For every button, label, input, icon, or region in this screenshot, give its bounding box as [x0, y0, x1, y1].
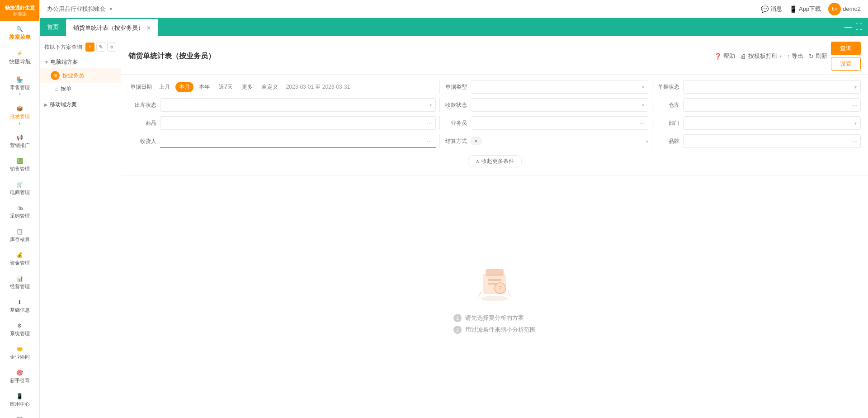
date-tab-last-month[interactable]: 上月	[156, 82, 174, 92]
sidebar-item-wechat[interactable]: 💬 企业微信	[0, 412, 39, 418]
tab-close-icon[interactable]: ✕	[146, 25, 151, 31]
filter-dept: 部门 ▾	[656, 116, 861, 130]
empty-tip-1: 1 请先选择要分析的方案	[453, 314, 536, 322]
collapse-btn[interactable]: ∧ 收起更多条件	[468, 155, 522, 167]
edit-scheme-btn[interactable]: ✎	[96, 43, 105, 52]
export-btn[interactable]: ↑ 导出	[787, 52, 804, 60]
staff-input[interactable]	[471, 116, 648, 130]
sidebar-search[interactable]: 🔍 搜索菜单	[0, 21, 39, 46]
date-tab-this-year[interactable]: 本年	[195, 82, 213, 92]
breadcrumb-dropdown-icon[interactable]: ▾	[109, 5, 113, 12]
doc-status-select[interactable]: ▾	[683, 80, 861, 94]
brand-dots[interactable]: ···	[852, 138, 857, 145]
tab-home[interactable]: 首页	[40, 18, 66, 36]
setting-button[interactable]: 设置	[831, 57, 861, 71]
sales-label: 销售管理	[10, 166, 30, 172]
divider6	[652, 116, 652, 130]
tab-sales-stat[interactable]: 销货单统计表（按业务员） ✕	[66, 19, 158, 37]
sidebar-item-finance[interactable]: 💰 资金管理	[0, 247, 39, 271]
receipt-status-input-wrap: ▾	[471, 98, 648, 112]
out-status-select[interactable]: ▾	[160, 98, 436, 112]
svg-rect-4	[488, 283, 497, 285]
print-label: 按模板打印	[748, 52, 778, 60]
sidebar-item-ecommerce[interactable]: 🛒 电商管理	[0, 177, 39, 200]
date-tab-custom[interactable]: 自定义	[258, 82, 282, 92]
tree-sub-icon: ☰	[54, 86, 59, 92]
out-status-label: 出库状态	[128, 101, 160, 109]
sidebar-item-sales[interactable]: 💹 销售管理	[0, 153, 39, 177]
tab-minimize-btn[interactable]: —	[844, 23, 852, 31]
tree-group-desktop-header[interactable]: ▼ 电脑端方案	[40, 56, 121, 68]
receiver-input[interactable]	[160, 134, 436, 148]
dept-select[interactable]: ▾	[683, 116, 861, 130]
app-download-btn[interactable]: 📱 App下载	[789, 5, 821, 13]
goods-dots[interactable]: ···	[427, 119, 432, 127]
tree-group-mobile-header[interactable]: ▶ 移动端方案	[40, 99, 121, 111]
corp-icon: 🤝	[16, 346, 23, 352]
tree-item-by-order[interactable]: ☰ 按单	[40, 83, 121, 95]
sidebar-item-corp[interactable]: 🤝 企业协同	[0, 342, 39, 365]
export-icon: ↑	[787, 53, 790, 60]
sidebar-item-newbie[interactable]: 🎯 新手引导	[0, 365, 39, 389]
message-icon: 💬	[761, 5, 769, 13]
date-tab-this-month[interactable]: 本月	[175, 82, 193, 92]
inventory-label: 库存核算	[10, 236, 30, 243]
sidebar-item-system[interactable]: ⚙ 系统管理	[0, 318, 39, 342]
sidebar-item-wholesale[interactable]: 📦 批发管理 ▲	[0, 101, 39, 130]
collapse-row: ∧ 收起更多条件	[128, 152, 861, 170]
filter-doc-type: 单据类型 ▾	[443, 80, 648, 94]
refresh-btn[interactable]: ↻ 刷新	[809, 52, 827, 60]
export-label: 导出	[792, 52, 803, 60]
print-icon: 🖨	[741, 53, 746, 60]
sidebar-item-apps[interactable]: 📱 应用中心	[0, 389, 39, 412]
filter-area: 单据日期 上月 本月 本年 近7天 更多 自定义 2023-03-01 至 20…	[121, 75, 868, 176]
retail-icon: 🏪	[16, 76, 23, 83]
goods-input[interactable]	[160, 116, 436, 130]
warehouse-dots[interactable]: ···	[852, 101, 857, 109]
filter-receiver: 收货人 ···	[128, 134, 436, 148]
purchase-icon: 🛍	[17, 205, 23, 211]
query-button[interactable]: 查询	[831, 42, 861, 55]
tab-expand-btn[interactable]: ⛶	[855, 23, 863, 31]
date-tab-7days[interactable]: 近7天	[215, 82, 236, 92]
warehouse-label: 仓库	[656, 101, 683, 109]
add-scheme-btn[interactable]: +	[85, 43, 94, 52]
refresh-icon: ↻	[809, 53, 814, 60]
user-area[interactable]: Ea demo2	[828, 3, 861, 15]
dept-label: 部门	[656, 119, 683, 127]
sidebar-item-basic[interactable]: ℹ 基础信息	[0, 294, 39, 318]
tip-num-1: 1	[453, 314, 462, 322]
date-tab-more[interactable]: 更多	[238, 82, 256, 92]
collapse-label: 收起更多条件	[481, 157, 514, 165]
receiver-dots[interactable]: ···	[427, 138, 432, 145]
staff-dots[interactable]: ···	[639, 119, 645, 127]
sidebar-item-inventory[interactable]: 📋 库存核算	[0, 224, 39, 247]
tree-item-by-staff[interactable]: 按 按业务员	[40, 68, 121, 83]
tab-bar-actions: — ⛶	[844, 23, 868, 31]
goods-label: 商品	[128, 119, 160, 127]
print-btn[interactable]: 🖨 按模板打印 ▾	[741, 52, 782, 60]
tree-group-label: 电脑端方案	[51, 58, 78, 66]
sidebar-item-retail[interactable]: 🏪 零售管理 ▼	[0, 72, 39, 101]
filter-out-status: 出库状态 ▾	[128, 98, 436, 112]
message-btn[interactable]: 💬 消息	[761, 5, 782, 13]
filter-row-1: 单据日期 上月 本月 本年 近7天 更多 自定义 2023-03-01 至 20…	[128, 80, 861, 94]
doc-type-select[interactable]: ▾	[471, 80, 648, 94]
sidebar-item-purchase[interactable]: 🛍 采购管理	[0, 200, 39, 224]
collapse-panel-btn[interactable]: «	[107, 43, 116, 52]
sidebar-item-operations[interactable]: 📊 经营管理	[0, 271, 39, 294]
brand-input[interactable]	[683, 134, 861, 148]
payment-arrow: ▾	[646, 139, 648, 144]
sidebar-item-marketing[interactable]: 📢 营销推广	[0, 130, 39, 153]
filter-brand: 品牌 ···	[656, 134, 861, 148]
receipt-status-select[interactable]: ▾	[471, 98, 648, 112]
help-btn[interactable]: ❓ 帮助	[714, 52, 735, 60]
sales-icon: 💹	[16, 158, 23, 164]
staff-input-wrap: ···	[471, 116, 648, 130]
app-download-label: App下载	[799, 5, 821, 13]
sidebar-quick-nav[interactable]: ⚡ 零售管理 快捷导航	[0, 46, 39, 70]
warehouse-input[interactable]	[683, 98, 861, 112]
payment-tag-close[interactable]: ×	[475, 138, 478, 144]
filter-goods: 商品 ···	[128, 116, 436, 130]
dept-input-wrap: ▾	[683, 116, 861, 130]
